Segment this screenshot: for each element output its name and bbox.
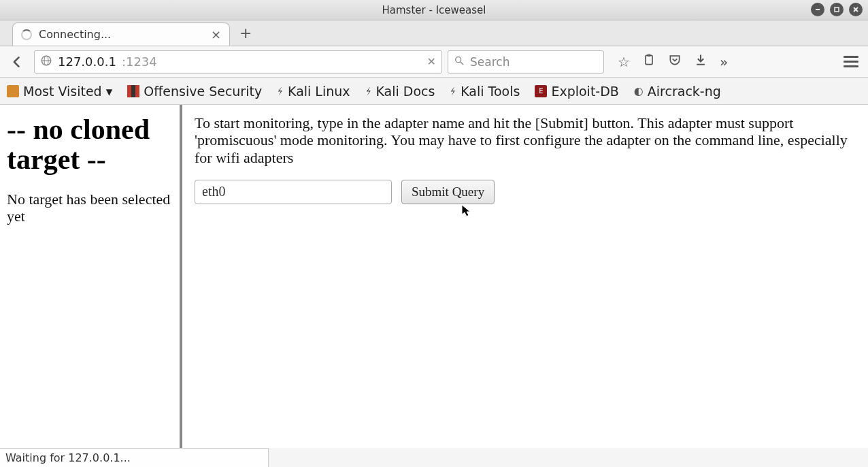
chevron-down-icon: ▾	[106, 84, 113, 99]
stop-reload-button[interactable]: ✕	[427, 55, 436, 68]
kali-icon: ⚡	[448, 84, 458, 97]
bookmark-kali-docs[interactable]: ⚡ Kali Docs	[365, 84, 435, 99]
minimize-button[interactable]	[811, 3, 824, 16]
instructions-text: To start monitoring, type in the adapter…	[195, 114, 856, 166]
pocket-icon[interactable]	[668, 53, 682, 70]
new-tab-button[interactable]: +	[239, 25, 252, 46]
tab-label: Connecting...	[39, 28, 111, 41]
toolbar-icons: ☆ »	[618, 53, 728, 70]
no-target-text: No target has been selected yet	[7, 191, 173, 225]
bookmark-star-icon[interactable]: ☆	[618, 54, 630, 70]
url-bar[interactable]: 127.0.0.1:1234 ✕	[34, 50, 442, 74]
status-text: Waiting for 127.0.0.1...	[5, 451, 131, 464]
bookmark-label: Offensive Security	[144, 84, 262, 99]
bookmarks-toolbar: Most Visited ▾ Offensive Security ⚡ Kali…	[0, 78, 868, 105]
svg-rect-1	[835, 7, 839, 12]
svg-rect-9	[646, 55, 652, 64]
bookmark-label: Kali Linux	[288, 84, 350, 99]
page-content: -- no cloned target -- No target has bee…	[0, 105, 868, 448]
bookmark-most-visited[interactable]: Most Visited ▾	[7, 84, 112, 99]
site-identity-icon	[40, 54, 52, 69]
bookmark-label: Exploit-DB	[551, 84, 618, 99]
window-titlebar: Hamster - Iceweasel	[0, 0, 868, 20]
search-icon	[454, 55, 465, 69]
overflow-icon[interactable]: »	[720, 54, 728, 70]
status-bar: Waiting for 127.0.0.1...	[0, 448, 269, 467]
downloads-icon[interactable]	[694, 53, 707, 70]
left-pane: -- no cloned target -- No target has bee…	[0, 105, 182, 448]
search-bar[interactable]: Search	[448, 50, 604, 74]
svg-point-7	[456, 57, 461, 62]
bookmark-kali-linux[interactable]: ⚡ Kali Linux	[277, 84, 350, 99]
window-controls	[811, 3, 863, 16]
kali-icon: ⚡	[363, 84, 373, 97]
right-pane: To start monitoring, type in the adapter…	[182, 105, 868, 448]
close-tab-button[interactable]: ×	[211, 27, 221, 42]
bookmark-kali-tools[interactable]: ⚡ Kali Tools	[450, 84, 520, 99]
submit-query-button[interactable]: Submit Query	[401, 180, 495, 204]
maximize-button[interactable]	[830, 3, 844, 16]
folder-icon	[7, 85, 19, 97]
kali-icon: ⚡	[276, 84, 286, 97]
svg-line-8	[461, 62, 463, 65]
cloned-target-heading: -- no cloned target --	[7, 114, 173, 174]
bookmark-label: Most Visited	[23, 84, 102, 99]
back-button[interactable]	[5, 50, 29, 74]
url-host: 127.0.0.1	[58, 54, 116, 69]
hamburger-menu-button[interactable]	[839, 52, 863, 71]
adapter-input[interactable]	[195, 180, 392, 204]
bookmark-exploit-db[interactable]: E Exploit-DB	[535, 84, 618, 99]
bookmark-aircrack[interactable]: ◐ Aircrack-ng	[634, 84, 721, 99]
clipboard-icon[interactable]	[642, 53, 656, 70]
svg-rect-10	[647, 54, 650, 57]
bookmark-label: Kali Docs	[375, 84, 435, 99]
navigation-toolbar: 127.0.0.1:1234 ✕ Search ☆ »	[0, 46, 868, 78]
bookmark-label: Kali Tools	[461, 84, 520, 99]
adapter-form: Submit Query	[195, 180, 856, 204]
url-port: :1234	[122, 54, 157, 69]
window-title: Hamster - Iceweasel	[382, 4, 486, 16]
loading-spinner-icon	[21, 29, 32, 40]
exploitdb-icon: E	[535, 85, 547, 97]
bookmark-label: Aircrack-ng	[648, 84, 721, 99]
offsec-icon	[127, 85, 139, 97]
aircrack-icon: ◐	[634, 84, 644, 97]
bookmark-offensive-security[interactable]: Offensive Security	[127, 84, 262, 99]
close-window-button[interactable]	[849, 3, 863, 16]
browser-tab[interactable]: Connecting... ×	[12, 22, 230, 46]
tab-strip: Connecting... × +	[0, 20, 868, 46]
search-placeholder: Search	[470, 55, 510, 69]
